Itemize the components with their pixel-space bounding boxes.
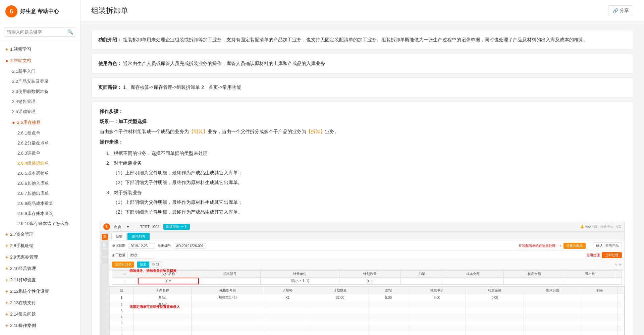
expand-icon-2-15: +	[5, 323, 8, 328]
sidebar-item-2-6-1[interactable]: 2.6.1盘点单	[0, 128, 80, 138]
sidebar-label-2-6-9: 2.6.9库存账本查询	[17, 211, 53, 217]
path-label: 页面路径：	[98, 85, 122, 90]
sidebar-item-2-11[interactable]: + 2.11打印设置	[0, 274, 80, 286]
sidebar-label-video: 1.视频学习	[10, 46, 31, 52]
sidebar-item-2-9[interactable]: + 2.9优惠券管理	[0, 252, 80, 263]
sidebar-item-2-13[interactable]: + 2.13在线支付	[0, 297, 80, 309]
sidebar-label-2-6-5: 2.6.5成本调整单	[17, 170, 49, 176]
mock-upper-table: ☑ 父件名称 规格型号 计量单位 计划数量 主/辅 成本金额 核发金额 可出数	[112, 270, 622, 285]
sidebar-item-2-7[interactable]: + 2.7资金管理	[0, 229, 80, 240]
sidebar-item-2-15[interactable]: + 2.15操作案例	[0, 320, 80, 331]
mock-logo: 6	[103, 223, 110, 230]
mock-tab-active[interactable]: 查询列表	[127, 233, 150, 240]
steps-sub-title: 操作步骤：	[100, 139, 625, 145]
mock-confirm-btn[interactable]: 确认 | 查看产品	[593, 242, 622, 249]
sidebar: 6 好生意 帮助中心 🔍 + 1.视频学习 ● 2.帮助文档 2.1新手入门 2…	[0, 0, 80, 335]
sidebar-item-2-10[interactable]: + 2.10经营管理	[0, 263, 80, 274]
sidebar-item-2-6-4[interactable]: 2.6.4组装拆卸单	[0, 158, 80, 168]
mock-lower-table: ☑ 子件名称 规格型号价 子规格 计划数量 主/辅 核发单价 核发金额 期末分批	[109, 287, 625, 335]
page-header: 组装拆卸单 🔗 分享	[80, 0, 644, 22]
share-label: 分享	[620, 8, 629, 14]
mock-type-tab-disassemble[interactable]: 拆卸	[149, 262, 162, 268]
mock-qty-value[interactable]: 次/次	[127, 252, 154, 259]
mock-sub-r1-ratio: 8.00	[369, 294, 408, 301]
mock-upper-table-area: ☑ 父件名称 规格型号 计量单位 计划数量 主/辅 成本金额 核发金额 可出数	[109, 270, 625, 286]
collapse-icon-docs: ●	[5, 58, 8, 63]
sidebar-item-2-12[interactable]: + 2.12系统个性化设置	[0, 286, 80, 297]
mock-tab-new[interactable]: 新增	[111, 233, 127, 240]
sidebar-item-2-6-9[interactable]: 2.6.9库存账本查询	[0, 209, 80, 219]
sidebar-item-2-6-2[interactable]: 2.6.2分量盘点单	[0, 138, 80, 148]
table-row: 4	[110, 314, 625, 320]
search-input[interactable]	[7, 30, 67, 35]
mock-new-btn-label: 新建单据 一下	[166, 225, 187, 228]
sidebar-label-2-3: 2.3使用前数据准备	[12, 89, 49, 95]
sidebar-item-2-14[interactable]: + 2.14常见问题	[0, 309, 80, 320]
mock-type-tab-assemble[interactable]: 组装	[137, 262, 149, 268]
sidebar-item-2-6-5[interactable]: 2.6.5成本调整单	[0, 168, 80, 178]
sidebar-label-2-1: 2.1新手入门	[12, 68, 36, 74]
mock-icon-strip: ☰ 📄	[100, 232, 109, 335]
mock-select-btn[interactable]: 选择装配单	[564, 243, 586, 249]
mock-sub-r1-num: 1	[110, 294, 134, 301]
sidebar-item-2-8[interactable]: + 2.8手机旺铺	[0, 240, 80, 252]
mock-type-row: 组装拆卸单 组装 拆卸 组装业务、拆卸业务在这里切换 ✎ 👁	[109, 260, 625, 270]
sidebar-item-2-6-3[interactable]: 2.6.3调拨单	[0, 148, 80, 158]
share-button[interactable]: 🔗 分享	[608, 5, 633, 16]
sidebar-item-2-5[interactable]: 2.5采购管理	[0, 107, 80, 117]
annotation4-text: 无固定清单可在组件位置置单录入	[129, 304, 180, 309]
sidebar-item-video[interactable]: + 1.视频学习	[0, 44, 80, 55]
sidebar-item-2-6-7[interactable]: 2.6.7其他出库单	[0, 188, 80, 199]
mock-sub-r1-batch	[524, 294, 582, 301]
mock-qty-row: 加工数量 次/次 启用处理 立即处理	[109, 251, 625, 260]
mock-test-id: TEST-H002	[139, 224, 161, 229]
mock-new-btn[interactable]: 新建单据 一下	[163, 224, 190, 230]
collapse-icon-2-6: ●	[12, 120, 15, 125]
mock-sub-col-spec: 规格型号价	[192, 287, 264, 294]
sidebar-label-2-4: 2.4销售管理	[12, 99, 36, 105]
expand-icon-video: +	[5, 47, 8, 52]
mock-sub-r1-amount: 0.00	[466, 294, 524, 301]
mock-date-value[interactable]: 2019-12-26	[128, 243, 155, 249]
sidebar-item-2-6[interactable]: ● 2.6库存核算	[0, 117, 80, 128]
scene1-title: 场景一：加工类型选择	[100, 119, 625, 125]
sidebar-sub-2-6: 2.6.1盘点单 2.6.2分量盘点单 2.6.3调拨单 2.6.4组装拆卸单 …	[0, 128, 80, 229]
screenshot-container: 6 自贡 ▼ | TEST-H002 新建单据 一下 🔔 App下载 | 帮助中…	[100, 222, 625, 335]
annotation1-area: 有装配清单的在这里处理 → 选择装配单	[519, 243, 586, 249]
mock-col-action	[615, 271, 622, 278]
sidebar-item-2-6-10[interactable]: 2.6.10库存账本错了怎么办	[0, 219, 80, 229]
mock-col-plan: 计划数量	[339, 271, 401, 278]
search-icon[interactable]: 🔍	[67, 29, 73, 35]
nav-area: + 1.视频学习 ● 2.帮助文档 2.1新手入门 2.2产品安装及登录 2.3…	[0, 41, 80, 335]
sidebar-item-2-3[interactable]: 2.3使用前数据准备	[0, 87, 80, 97]
sidebar-item-2-6-8[interactable]: 2.6.8商品成本重算	[0, 199, 80, 209]
mock-topbar: 6 自贡 ▼ | TEST-H002 新建单据 一下 🔔 App下载 | 帮助中…	[100, 222, 625, 232]
sidebar-item-2-4[interactable]: 2.4销售管理	[0, 97, 80, 107]
sidebar-label-2-10: 2.10经营管理	[10, 266, 36, 272]
mock-icon-3	[102, 250, 108, 256]
table-row: 6	[110, 326, 625, 332]
sidebar-label-2-6-10: 2.6.10库存账本错了怎么办	[17, 221, 69, 227]
sidebar-label-2-6-7: 2.6.7其他出库单	[17, 190, 49, 197]
mock-sub-col-price: 核发单价	[408, 287, 466, 294]
mock-tabs: 新增 查询列表	[109, 232, 625, 241]
mock-nav: 自贡 ▼ | TEST-H002	[113, 224, 161, 230]
expand-icon-2-12: +	[5, 289, 8, 294]
sidebar-item-2-2[interactable]: 2.2产品安装及登录	[0, 76, 80, 87]
sidebar-item-docs[interactable]: ● 2.帮助文档	[0, 55, 80, 66]
mock-id-value[interactable]: AD-20191226-001	[174, 243, 206, 249]
step2: 2、对于组装业务	[100, 159, 625, 167]
search-area: 🔍	[0, 23, 80, 41]
annotation3-text: 启用处理	[586, 253, 600, 258]
mock-col-unit: 计量单位	[261, 271, 339, 278]
sidebar-label-2-15: 2.15操作案例	[10, 323, 36, 329]
mock-cell-spec	[199, 278, 261, 285]
mock-icon-area: ✎ 👁	[615, 263, 622, 267]
sidebar-label-2-14: 2.14常见问题	[10, 311, 36, 317]
mock-enable-btn[interactable]: 立即处理	[602, 252, 622, 258]
mock-sub-r1-sub-spec: X1	[264, 294, 311, 301]
mock-col-cost: 成本金额	[442, 271, 504, 278]
sidebar-item-2-6-6[interactable]: 2.6.6其他入库单	[0, 178, 80, 188]
sidebar-item-2-1[interactable]: 2.1新手入门	[0, 66, 80, 76]
expand-icon-2-8: +	[5, 243, 8, 248]
